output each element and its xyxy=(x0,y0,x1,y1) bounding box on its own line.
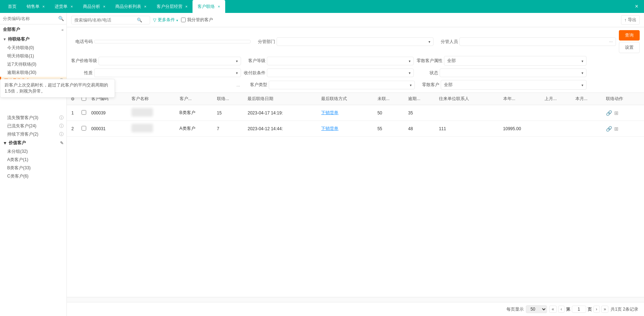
status-label: 状态 xyxy=(417,70,438,76)
price-level-select[interactable] xyxy=(98,57,241,65)
filter-status: 状态 xyxy=(417,69,587,77)
retail-attr-label: 零散客户属性 xyxy=(417,58,443,64)
cell-last-month xyxy=(542,105,573,121)
next-page-btn[interactable]: › xyxy=(593,306,600,313)
per-page-select[interactable]: 50 100 200 xyxy=(526,305,547,313)
sidebar-item-class-c[interactable]: C类客户(6) xyxy=(0,172,66,180)
row-checkbox-1[interactable] xyxy=(82,126,86,131)
info-icon-lost-warning: ⓘ xyxy=(59,115,64,121)
cell-action: 🔗 ⊞ xyxy=(604,105,644,121)
main-search-box: 🔍 xyxy=(71,16,150,24)
more-conditions-btn[interactable]: ▽ 更多条件 xyxy=(153,17,178,23)
close-customer-layer-tab[interactable]: × xyxy=(185,4,187,9)
th-action: 联络动作 xyxy=(604,93,644,105)
filter-retail-customer: 零散客户 全部 xyxy=(418,80,587,90)
action-link-icon[interactable]: 🔗 xyxy=(606,110,612,116)
close-product-list-tab[interactable]: × xyxy=(144,4,146,9)
horizontal-scrollbar[interactable] xyxy=(67,297,644,302)
cell-name xyxy=(129,121,177,137)
main-search-input[interactable] xyxy=(74,18,135,23)
my-customers-check[interactable] xyxy=(181,18,186,22)
nav-customer-contact[interactable]: 客户联络 × xyxy=(193,0,225,13)
cell-contacts xyxy=(437,105,501,121)
filter-icon: ▽ xyxy=(153,18,156,23)
pending-chevron: ▼ xyxy=(3,37,6,41)
setting-button[interactable]: 设置 xyxy=(619,42,640,53)
th-last-month: 上月... xyxy=(542,93,573,105)
row-checkbox-0[interactable] xyxy=(82,110,86,115)
sidebar-item-overdue[interactable]: 逾期未联络(30) xyxy=(0,69,66,77)
phone-input[interactable] xyxy=(94,40,251,43)
status-select[interactable] xyxy=(440,69,587,77)
page-navigation: « ‹ 第 页 › » xyxy=(549,306,608,313)
sidebar-item-lost-warning[interactable]: 流失预警客户(3) ⓘ xyxy=(0,114,66,122)
th-this-year: 本年... xyxy=(501,93,542,105)
customer-type-select[interactable] xyxy=(269,81,414,89)
first-page-btn[interactable]: « xyxy=(549,306,557,313)
sidebar-item-ungroup[interactable]: 未分组(32) xyxy=(0,147,66,156)
payment-label: 收付款条件 xyxy=(244,70,265,76)
retail-attr-select[interactable]: 全部 xyxy=(444,56,587,66)
query-button[interactable]: 查询 xyxy=(619,30,640,41)
nav-sales[interactable]: 销售单 × xyxy=(22,0,50,13)
sidebar-price-group[interactable]: ▼ 价值客户 ✎ xyxy=(0,138,66,147)
per-page-label: 每页显示 xyxy=(506,306,524,312)
action-grid-icon[interactable]: ⊞ xyxy=(614,110,618,116)
nav-product-analysis[interactable]: 商品分析 × xyxy=(78,0,110,13)
cell-contact: 15 xyxy=(215,105,246,121)
sidebar-search-input[interactable] xyxy=(3,16,57,21)
last-method-link[interactable]: 下销货单 xyxy=(321,110,338,115)
cell-type: A类客户 xyxy=(177,121,215,137)
action-grid-icon[interactable]: ⊞ xyxy=(614,126,618,132)
close-product-analysis-tab[interactable]: × xyxy=(103,4,105,9)
page-label: 第 xyxy=(566,306,570,312)
price-chevron: ▼ xyxy=(3,141,7,146)
nav-purchase[interactable]: 进货单 × xyxy=(50,0,78,13)
main-search-icon[interactable]: 🔍 xyxy=(137,18,142,23)
close-sales-tab[interactable]: × xyxy=(42,4,45,9)
nav-home[interactable]: 首页 xyxy=(3,0,22,13)
export-button[interactable]: ↑ 导出 xyxy=(621,15,640,25)
dept-label: 分管部门 xyxy=(254,39,275,45)
dept-select[interactable] xyxy=(277,37,433,46)
page-end-label: 页 xyxy=(588,306,592,312)
payment-select[interactable] xyxy=(267,69,414,77)
sidebar-group-pending[interactable]: ▼ 待联络客户 xyxy=(0,35,66,44)
sidebar-item-lost[interactable]: 已流失客户(24) ⓘ xyxy=(0,122,66,130)
phone-label: 电话号码 xyxy=(71,39,93,45)
last-page-btn[interactable]: » xyxy=(601,306,609,313)
table-row: 2 000031 A类客户 7 2023-04-12 14:44: 下销货单 5… xyxy=(67,121,644,137)
sidebar-item-class-b[interactable]: B类客户(33) xyxy=(0,164,66,172)
sidebar-item-class-a[interactable]: A类客户(1) xyxy=(0,156,66,164)
sidebar-item-today[interactable]: 今天待联络(0) xyxy=(0,44,66,52)
manager-input[interactable]: ··· xyxy=(459,37,616,46)
sidebar-item-7days[interactable]: 近7天待联络(0) xyxy=(0,60,66,69)
prev-page-btn[interactable]: ‹ xyxy=(558,306,565,313)
my-customers-checkbox[interactable]: 我分管的客户 xyxy=(181,17,213,23)
th-overdue: 逾期... xyxy=(406,93,437,105)
sidebar-item-tomorrow[interactable]: 明天待联络(1) xyxy=(0,52,66,60)
window-close-button[interactable]: × xyxy=(632,3,641,10)
last-method-link[interactable]: 下销货单 xyxy=(321,126,338,131)
close-customer-contact-tab[interactable]: × xyxy=(218,4,220,9)
extended-filter: 电话号码 分管部门 分管人员 ··· 查询 设置 xyxy=(67,27,644,93)
sidebar-item-declining[interactable]: 持续下滑客户(2) ⓘ xyxy=(0,130,66,138)
pagination-bar: 每页显示 50 100 200 « ‹ 第 页 › » 共1页 2条记录 xyxy=(67,302,644,316)
nav-product-list[interactable]: 商品分析列表 × xyxy=(110,0,151,13)
customer-level-select[interactable] xyxy=(267,57,414,65)
filter-phone: 电话号码 xyxy=(71,39,251,45)
nav-customer-layer[interactable]: 客户分层经营 × xyxy=(152,0,193,13)
info-icon-lost: ⓘ xyxy=(59,123,64,129)
close-purchase-tab[interactable]: × xyxy=(70,4,73,9)
cell-this-month xyxy=(573,105,604,121)
nature-select[interactable] xyxy=(94,69,241,77)
filter-row-3: 性质 收付款条件 状态 xyxy=(71,69,640,77)
cell-last-month xyxy=(542,121,573,137)
retail-customer-select[interactable]: 全部 xyxy=(441,80,587,90)
page-number-input[interactable] xyxy=(572,306,586,313)
sidebar-all-customers[interactable]: 全部客户 « xyxy=(0,24,66,35)
price-edit-icon[interactable]: ✎ xyxy=(60,141,64,146)
sidebar-search-icon[interactable]: 🔍 xyxy=(58,16,64,21)
action-link-icon[interactable]: 🔗 xyxy=(606,126,612,132)
collapse-icon[interactable]: « xyxy=(61,28,64,32)
